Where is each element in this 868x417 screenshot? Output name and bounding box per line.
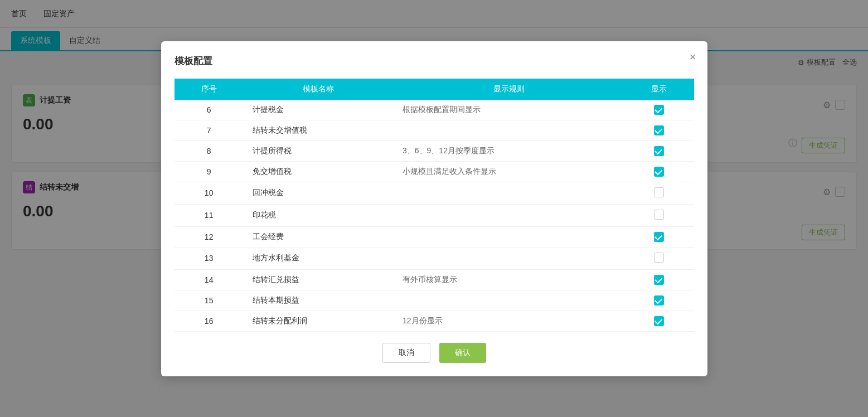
cell-checkbox[interactable]	[624, 204, 694, 226]
table-row: 14结转汇兑损益有外币核算显示	[174, 269, 694, 290]
cell-seq: 6	[174, 100, 244, 120]
confirm-button[interactable]: 确认	[439, 343, 486, 363]
dialog-footer: 取消 确认	[174, 343, 694, 363]
checkbox-unchecked[interactable]	[654, 210, 664, 220]
table-row: 9免交增值税小规模且满足收入条件显示	[174, 161, 694, 182]
col-header-seq: 序号	[174, 79, 244, 100]
cell-rule: 12月份显示	[394, 311, 624, 331]
cell-rule: 有外币核算显示	[394, 269, 624, 290]
cell-rule	[394, 182, 624, 204]
template-config-dialog: 模板配置 × 序号 模板名称 显示规则 显示 6计提税金根据模板配置期间显示7结…	[161, 41, 707, 376]
cell-rule: 3、6、9、12月按季度显示	[394, 140, 624, 161]
cell-name: 计提税金	[244, 100, 394, 120]
cell-rule	[394, 226, 624, 247]
checkbox-checked[interactable]	[654, 316, 664, 326]
col-header-show: 显示	[624, 79, 694, 100]
table-row: 16结转未分配利润12月份显示	[174, 311, 694, 331]
cell-name: 结转汇兑损益	[244, 269, 394, 290]
modal-overlay: 模板配置 × 序号 模板名称 显示规则 显示 6计提税金根据模板配置期间显示7结…	[0, 0, 868, 417]
dialog-close-button[interactable]: ×	[690, 51, 696, 62]
table-row: 10回冲税金	[174, 182, 694, 204]
cell-checkbox[interactable]	[624, 247, 694, 269]
cell-seq: 9	[174, 161, 244, 182]
cell-checkbox[interactable]	[624, 182, 694, 204]
checkbox-checked[interactable]	[654, 232, 664, 242]
cell-rule	[394, 247, 624, 269]
cell-name: 免交增值税	[244, 161, 394, 182]
cell-rule	[394, 204, 624, 226]
cell-seq: 7	[174, 120, 244, 140]
cell-rule: 小规模且满足收入条件显示	[394, 161, 624, 182]
cell-checkbox[interactable]	[624, 269, 694, 290]
cell-name: 印花税	[244, 204, 394, 226]
cell-name: 回冲税金	[244, 182, 394, 204]
col-header-rule: 显示规则	[394, 79, 624, 100]
cell-seq: 10	[174, 182, 244, 204]
table-row: 11印花税	[174, 204, 694, 226]
cell-seq: 13	[174, 247, 244, 269]
col-header-name: 模板名称	[244, 79, 394, 100]
cell-seq: 14	[174, 269, 244, 290]
table-row: 15结转本期损益	[174, 290, 694, 311]
table-row: 13地方水利基金	[174, 247, 694, 269]
checkbox-checked[interactable]	[654, 167, 664, 177]
checkbox-checked[interactable]	[654, 295, 664, 306]
cancel-button[interactable]: 取消	[382, 343, 430, 363]
cell-rule	[394, 120, 624, 140]
cell-checkbox[interactable]	[624, 311, 694, 331]
config-table: 序号 模板名称 显示规则 显示 6计提税金根据模板配置期间显示7结转未交增值税8…	[174, 79, 694, 332]
cell-name: 计提所得税	[244, 140, 394, 161]
checkbox-unchecked[interactable]	[654, 187, 664, 197]
cell-rule: 根据模板配置期间显示	[394, 100, 624, 120]
cell-checkbox[interactable]	[624, 120, 694, 140]
table-row: 8计提所得税3、6、9、12月按季度显示	[174, 140, 694, 161]
checkbox-checked[interactable]	[654, 275, 664, 285]
table-row: 7结转未交增值税	[174, 120, 694, 140]
checkbox-unchecked[interactable]	[654, 253, 664, 263]
dialog-title: 模板配置	[174, 55, 694, 67]
table-row: 12工会经费	[174, 226, 694, 247]
cell-seq: 8	[174, 140, 244, 161]
checkbox-checked[interactable]	[654, 105, 664, 115]
checkbox-checked[interactable]	[654, 146, 664, 156]
cell-checkbox[interactable]	[624, 161, 694, 182]
cell-seq: 16	[174, 311, 244, 331]
cell-checkbox[interactable]	[624, 100, 694, 120]
cell-name: 结转本期损益	[244, 290, 394, 311]
cell-name: 结转未交增值税	[244, 120, 394, 140]
cell-name: 工会经费	[244, 226, 394, 247]
cell-seq: 11	[174, 204, 244, 226]
cell-checkbox[interactable]	[624, 226, 694, 247]
cell-name: 结转未分配利润	[244, 311, 394, 331]
cell-name: 地方水利基金	[244, 247, 394, 269]
dialog-table-wrapper: 序号 模板名称 显示规则 显示 6计提税金根据模板配置期间显示7结转未交增值税8…	[174, 79, 694, 332]
cell-checkbox[interactable]	[624, 290, 694, 311]
table-row: 6计提税金根据模板配置期间显示	[174, 100, 694, 120]
cell-seq: 15	[174, 290, 244, 311]
cell-seq: 12	[174, 226, 244, 247]
checkbox-checked[interactable]	[654, 125, 664, 135]
cell-rule	[394, 290, 624, 311]
cell-checkbox[interactable]	[624, 140, 694, 161]
